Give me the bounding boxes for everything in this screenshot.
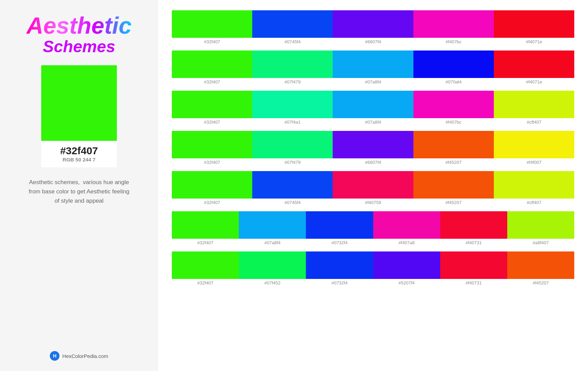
color-label-5-2: #0745f4: [252, 200, 333, 205]
color-strip-6-2: [239, 211, 306, 239]
color-strips-6: [172, 211, 574, 239]
color-label-7-3: #0732f4: [306, 280, 373, 285]
color-strip-3-4: [413, 91, 494, 118]
color-label-2-3: #07a8f4: [333, 79, 413, 85]
color-strip-6-6: [507, 211, 574, 239]
color-label-7-2: #07f452: [239, 280, 306, 285]
color-strip-7-6: [507, 251, 574, 279]
color-label-6-5: #f40731: [440, 240, 507, 245]
color-info-box: #32f407 RGB 50 244 7: [41, 141, 117, 167]
color-labels-2: #32f407#07f479#07a8f4#070af4#f4071e: [172, 79, 574, 85]
color-strip-5-4: [413, 171, 494, 199]
color-label-2-4: #070af4: [413, 79, 494, 85]
color-label-4-3: #6607f4: [333, 160, 413, 165]
color-label-5-3: #f40759: [333, 200, 413, 205]
scheme-row-7: #32f407#07f452#0732f4#5207f4#f40731#f452…: [172, 251, 574, 285]
color-label-3-3: #07a8f4: [333, 120, 413, 125]
color-label-7-4: #5207f4: [373, 280, 440, 285]
color-strip-6-1: [172, 211, 239, 239]
color-label-2-2: #07f479: [252, 79, 333, 85]
color-labels-7: #32f407#07f452#0732f4#5207f4#f40731#f452…: [172, 280, 574, 285]
color-label-1-4: #f407bc: [413, 39, 494, 44]
color-strip-7-2: [239, 251, 306, 279]
color-label-2-5: #f4071e: [494, 79, 574, 85]
logo-text: HexColorPedia.com: [62, 353, 108, 359]
title-aesthetic: Aesthetic: [26, 14, 132, 37]
color-strip-5-3: [333, 171, 413, 199]
color-strip-2-2: [252, 50, 333, 78]
color-strip-2-4: [413, 50, 494, 78]
color-labels-3: #32f407#07f4a1#07a8f4#f407bc#cff407: [172, 120, 574, 125]
footer-logo: H HexColorPedia.com: [50, 351, 108, 361]
color-strip-1-4: [413, 10, 494, 38]
color-strips-2: [172, 50, 574, 78]
color-strip-2-5: [494, 50, 574, 78]
color-strip-3-1: [172, 91, 252, 118]
color-label-5-1: #32f407: [172, 200, 252, 205]
scheme-row-6: #32f407#07a8f4#0732f4#f407a8#f40731#a8f4…: [172, 211, 574, 245]
color-strip-5-2: [252, 171, 333, 199]
color-label-3-4: #f407bc: [413, 120, 494, 125]
color-label-1-5: #f4071e: [494, 39, 574, 44]
scheme-row-1: #32f407#0745f4#6607f4#f407bc#f4071e: [172, 10, 574, 44]
color-strip-7-3: [306, 251, 373, 279]
scheme-row-2: #32f407#07f479#07a8f4#070af4#f4071e: [172, 50, 574, 85]
color-strip-1-1: [172, 10, 252, 38]
color-label-2-1: #32f407: [172, 79, 252, 85]
color-strip-5-5: [494, 171, 574, 199]
color-label-1-1: #32f407: [172, 39, 252, 44]
color-labels-6: #32f407#07a8f4#0732f4#f407a8#f40731#a8f4…: [172, 240, 574, 245]
color-label-4-4: #f45207: [413, 160, 494, 165]
color-strip-4-1: [172, 131, 252, 158]
color-label-3-1: #32f407: [172, 120, 252, 125]
color-label-6-2: #07a8f4: [239, 240, 306, 245]
color-label-1-2: #0745f4: [252, 39, 333, 44]
right-panel: #32f407#0745f4#6607f4#f407bc#f4071e#32f4…: [158, 0, 588, 371]
color-label-6-3: #0732f4: [306, 240, 373, 245]
color-strips-3: [172, 91, 574, 118]
color-label-5-5: #cff407: [494, 200, 574, 205]
color-strip-3-2: [252, 91, 333, 118]
color-label-6-1: #32f407: [172, 240, 239, 245]
color-strip-7-5: [440, 251, 507, 279]
color-label-3-2: #07f4a1: [252, 120, 333, 125]
color-hex-display: #32f407: [47, 145, 111, 157]
color-strips-5: [172, 171, 574, 199]
hexcolorpedia-icon: H: [50, 351, 59, 361]
color-strip-6-3: [306, 211, 373, 239]
title-schemes: Schemes: [43, 38, 115, 55]
color-labels-4: #32f407#07f479#6607f4#f45207#f4f007: [172, 160, 574, 165]
color-label-7-6: #f45207: [507, 280, 574, 285]
color-rgb-display: RGB 50 244 7: [47, 157, 111, 162]
scheme-row-4: #32f407#07f479#6607f4#f45207#f4f007: [172, 131, 574, 165]
color-strips-7: [172, 251, 574, 279]
color-label-4-5: #f4f007: [494, 160, 574, 165]
color-labels-5: #32f407#0745f4#f40759#f45207#cff407: [172, 200, 574, 205]
color-strip-2-1: [172, 50, 252, 78]
left-panel: Aesthetic Schemes #32f407 RGB 50 244 7 A…: [0, 0, 158, 371]
color-strip-2-3: [333, 50, 413, 78]
color-strip-7-1: [172, 251, 239, 279]
color-label-5-4: #f45207: [413, 200, 494, 205]
color-strips-1: [172, 10, 574, 38]
color-strip-4-3: [333, 131, 413, 158]
color-label-1-3: #6607f4: [333, 39, 413, 44]
color-strip-7-4: [373, 251, 440, 279]
color-labels-1: #32f407#0745f4#6607f4#f407bc#f4071e: [172, 39, 574, 44]
color-label-6-4: #f407a8: [373, 240, 440, 245]
color-strips-4: [172, 131, 574, 158]
color-strip-1-5: [494, 10, 574, 38]
color-strip-6-4: [373, 211, 440, 239]
main-color-swatch: [41, 65, 117, 141]
color-label-4-1: #32f407: [172, 160, 252, 165]
color-strip-3-3: [333, 91, 413, 118]
color-strip-4-4: [413, 131, 494, 158]
color-strip-1-2: [252, 10, 333, 38]
color-strip-6-5: [440, 211, 507, 239]
color-strip-4-2: [252, 131, 333, 158]
color-label-4-2: #07f479: [252, 160, 333, 165]
color-label-3-5: #cff407: [494, 120, 574, 125]
color-strip-5-1: [172, 171, 252, 199]
color-label-6-6: #a8f407: [507, 240, 574, 245]
scheme-row-3: #32f407#07f4a1#07a8f4#f407bc#cff407: [172, 91, 574, 125]
